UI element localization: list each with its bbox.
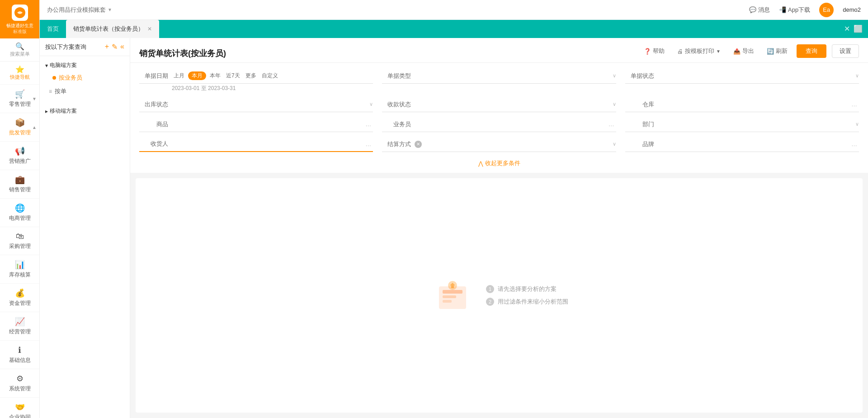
out-status-filter-item[interactable]: 出库状态 ∨ <box>139 97 373 112</box>
date-btn-last-month[interactable]: 上月 <box>172 71 186 80</box>
empty-tip-2: 2 用过滤条件来缩小分析范围 <box>486 298 568 306</box>
scheme-item-by-salesman[interactable]: 按业务员 <box>40 71 130 85</box>
breadcrumb-arrow: ▼ <box>108 7 112 12</box>
tab-sales-report[interactable]: 销货单统计表（按业务员） ✕ <box>66 20 159 38</box>
management-icon: 📈 <box>15 317 25 327</box>
refresh-button[interactable]: 🔄 刷新 <box>763 45 791 57</box>
date-btn-custom[interactable]: 自定义 <box>260 71 280 80</box>
sidebar-item-wholesale-label: 批发管理 <box>9 129 31 137</box>
edit-scheme-button[interactable]: ✎ <box>112 43 118 51</box>
retail-icon: 🛒 <box>15 89 25 99</box>
doc-status-filter-item[interactable]: 单据状态 ∨ <box>625 68 859 84</box>
payment-method-filter-item[interactable]: 结算方式 ✕ ∨ <box>382 137 616 152</box>
svg-rect-2 <box>443 290 462 294</box>
collapse-panel-button[interactable]: « <box>120 43 124 51</box>
sidebar-item-enterprise[interactable]: 🤝 企业协同 <box>0 398 39 418</box>
date-btn-this-month[interactable]: 本月 <box>188 71 206 80</box>
collapse-filters-button[interactable]: ⋀ 收起更多条件 <box>139 156 859 167</box>
message-action[interactable]: 💬 消息 <box>749 6 770 14</box>
sidebar-item-wholesale[interactable]: 📦 批发管理 ▲ <box>0 113 39 142</box>
date-btn-this-year[interactable]: 本年 <box>208 71 222 80</box>
enterprise-icon: 🤝 <box>15 402 25 412</box>
print-button[interactable]: 🖨 按模板打印 ▼ <box>674 45 724 57</box>
consignee-dots[interactable]: … <box>363 141 373 147</box>
system-icon: ⚙ <box>16 374 24 384</box>
tab-bar: 首页 销货单统计表（按业务员） ✕ ✕ ⬜ <box>40 20 868 38</box>
user-name[interactable]: demo2 <box>843 6 861 13</box>
tab-bar-right: ✕ ⬜ <box>844 25 868 33</box>
out-status-label: 出库状态 <box>139 100 172 109</box>
brand-dots[interactable]: … <box>849 141 859 147</box>
scheme-group-desktop-title[interactable]: ▾ 电脑端方案 <box>40 60 130 71</box>
empty-tip-1: 1 请先选择要分析的方案 <box>486 285 568 293</box>
sidebar-search[interactable]: 🔍 搜索菜单 <box>0 38 39 62</box>
add-scheme-button[interactable]: + <box>105 43 109 51</box>
collect-status-filter-item[interactable]: 收款状态 ∨ <box>382 97 616 112</box>
goods-dots[interactable]: … <box>363 121 373 128</box>
tab-maximize-button[interactable]: ⬜ <box>854 25 863 33</box>
warehouse-dots[interactable]: … <box>849 101 859 108</box>
quick-nav-icon: ⭐ <box>15 65 24 74</box>
chevron-up-icon: ▲ <box>32 125 37 130</box>
sidebar-item-finance[interactable]: 💰 资金管理 <box>0 284 39 312</box>
sidebar-item-system[interactable]: ⚙ 系统管理 <box>0 369 39 398</box>
payment-clear-btn[interactable]: ✕ <box>415 141 422 148</box>
tab-close-button[interactable]: ✕ <box>147 26 152 32</box>
scheme-item-order-label: 按单 <box>55 87 66 95</box>
help-label: 帮助 <box>653 47 665 55</box>
filter-row-1: 单据日期 上月 本月 本年 近7天 更多 自定义 单据类型 <box>139 68 859 84</box>
sidebar-item-ecommerce[interactable]: 🌐 电商管理 <box>0 199 39 227</box>
sidebar-item-marketing[interactable]: 📢 营销推广 <box>0 142 39 170</box>
order-icon: ≡ <box>49 88 52 95</box>
sidebar: 畅捷通好生意 标准版 🔍 搜索菜单 ⭐ 快捷导航 🛒 零售管理 ▼ 📦 批发管理… <box>0 0 40 418</box>
sidebar-item-inventory[interactable]: 📊 库存核算 <box>0 255 39 284</box>
avatar[interactable]: Ea <box>819 3 834 17</box>
brand-label: 品牌 <box>625 140 658 148</box>
page-header-actions: ❓ 帮助 🖨 按模板打印 ▼ 📤 导出 🔄 刷新 <box>640 44 859 62</box>
sidebar-item-purchase[interactable]: 🛍 采购管理 <box>0 227 39 255</box>
print-arrow: ▼ <box>716 49 721 54</box>
export-icon: 📤 <box>733 48 741 55</box>
tab-close-all-button[interactable]: ✕ <box>844 25 850 33</box>
brand-filter-item[interactable]: 品牌 … <box>625 137 859 152</box>
top-header-left: 办公用品行业模拟账套 ▼ <box>47 6 112 14</box>
help-button[interactable]: ❓ 帮助 <box>640 45 668 57</box>
consignee-filter-item[interactable]: 收货人 … <box>139 137 373 152</box>
doc-status-label: 单据状态 <box>625 72 658 80</box>
sidebar-item-marketing-label: 营销推广 <box>9 157 31 165</box>
filter-row-2: 出库状态 ∨ 收款状态 ∨ 仓库 … <box>139 97 859 112</box>
scheme-group-mobile-title[interactable]: ▸ 移动端方案 <box>40 105 130 117</box>
empty-tips: 1 请先选择要分析的方案 2 用过滤条件来缩小分析范围 <box>486 285 568 306</box>
export-button[interactable]: 📤 导出 <box>730 45 758 57</box>
query-button[interactable]: 查询 <box>797 44 826 58</box>
sidebar-item-quick-nav[interactable]: ⭐ 快捷导航 <box>0 62 39 85</box>
department-filter-item[interactable]: 部门 ∨ <box>625 117 859 132</box>
search-icon: 🔍 <box>15 42 24 51</box>
sidebar-item-basic-info[interactable]: ℹ 基础信息 <box>0 341 39 369</box>
app-download-label: App下载 <box>788 6 810 14</box>
sidebar-item-retail[interactable]: 🛒 零售管理 ▼ <box>0 85 39 113</box>
breadcrumb-select[interactable]: 办公用品行业模拟账套 ▼ <box>47 6 112 14</box>
warehouse-filter-item[interactable]: 仓库 … <box>625 97 859 112</box>
empty-tip-1-text: 请先选择要分析的方案 <box>498 285 557 293</box>
doc-type-label: 单据类型 <box>382 72 415 80</box>
sidebar-item-inventory-label: 库存核算 <box>9 271 31 279</box>
sidebar-item-sales[interactable]: 💼 销售管理 <box>0 170 39 199</box>
scheme-item-by-order[interactable]: ≡ 按单 <box>40 85 130 98</box>
tab-home[interactable]: 首页 <box>40 20 66 38</box>
consignee-label: 收货人 <box>139 140 172 148</box>
salesman-filter-item[interactable]: 业务员 … <box>382 117 616 132</box>
goods-filter-item[interactable]: 商品 … <box>139 117 373 132</box>
content-area: 按以下方案查询 + ✎ « ▾ 电脑端方案 按业务员 ≡ 按单 <box>40 38 868 418</box>
app-download-action[interactable]: 📲 App下载 <box>779 6 810 14</box>
date-btn-7days[interactable]: 近7天 <box>224 71 242 80</box>
date-filter-label: 单据日期 <box>139 72 172 80</box>
sidebar-item-management[interactable]: 📈 经营管理 <box>0 312 39 341</box>
consignee-input[interactable] <box>172 141 363 147</box>
date-btn-more[interactable]: 更多 <box>244 71 258 80</box>
doc-type-filter-item[interactable]: 单据类型 ∨ <box>382 68 616 84</box>
salesman-dots[interactable]: … <box>607 121 616 128</box>
date-filter-controls: 上月 本月 本年 近7天 更多 自定义 <box>172 71 373 80</box>
settings-button[interactable]: 设置 <box>832 44 859 58</box>
empty-state: 1 请先选择要分析的方案 2 用过滤条件来缩小分析范围 <box>136 178 863 413</box>
